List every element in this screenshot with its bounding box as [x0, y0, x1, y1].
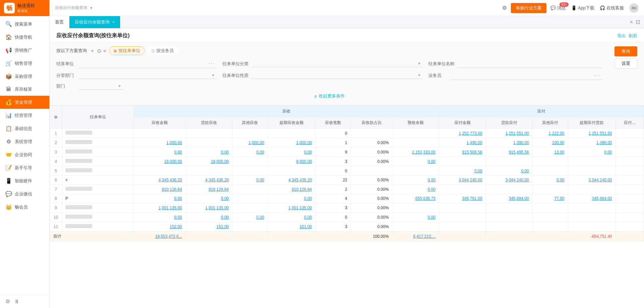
col-group-receivable: 应收	[134, 106, 439, 117]
col-settings-icon[interactable]: ⚙	[50, 106, 62, 129]
breadcrumb-text: 应收应付余额查询	[55, 5, 87, 11]
basic-icon: 📋	[5, 125, 12, 132]
col-loan-recv: 贷款应收	[185, 117, 232, 129]
col-group-payable: 应付	[439, 106, 644, 117]
filter-partner-icon: ⊕	[113, 48, 117, 53]
tab-close-window-icon[interactable]: ×	[630, 19, 633, 25]
filter-row-1: 结算单位 ··· 往来单位分类 ▼	[56, 59, 602, 68]
sidebar-item-basic[interactable]: 📋 基础信息	[0, 122, 49, 135]
footer-overdue-pay: -654,751.40	[568, 231, 615, 241]
partner-name-cell	[62, 138, 134, 147]
partner-nature-select[interactable]: ▼	[251, 72, 423, 79]
export-button[interactable]: 导出	[617, 33, 626, 39]
home-icon: 🏠	[5, 34, 12, 40]
tab-maximize-icon[interactable]: ⊡	[636, 19, 640, 25]
refresh-button[interactable]: 刷新	[629, 33, 637, 39]
breadcrumb: 应收应付余额查询 ▼	[55, 5, 498, 11]
solution-button[interactable]: 体验行业方案	[511, 3, 546, 13]
settlement-more-icon[interactable]: ···	[208, 60, 215, 67]
table-row: 100.000.000.000.0000.00%0.00	[50, 213, 644, 222]
marketing-icon: 📢	[5, 47, 12, 53]
sidebar-item-finance[interactable]: 💰 资金管理	[0, 96, 49, 109]
settings-button[interactable]: 设置	[614, 58, 637, 69]
avatar[interactable]: Rit	[629, 3, 639, 13]
query-buttons: 查询 设置	[614, 46, 637, 69]
partner-name-cell: P	[62, 194, 134, 203]
breadcrumb-dropdown-icon[interactable]: ▼	[89, 6, 93, 10]
service-icon: 🎧	[600, 5, 605, 10]
field-department: 分管部门 ▼	[56, 72, 217, 79]
message-badge: 99+	[559, 2, 569, 7]
partner-category-select[interactable]: ▼	[251, 60, 423, 67]
sidebar-item-marketing[interactable]: 📢 营销推广	[0, 44, 49, 57]
dept-select[interactable]: ▼	[78, 83, 123, 90]
member-icon: 👑	[5, 204, 12, 210]
tab-home[interactable]: 首页	[50, 16, 69, 28]
page-title: 应收应付余额查询(按往来单位)	[56, 32, 130, 39]
filter-method-salesperson[interactable]: ⊙ 按业务员	[147, 47, 178, 55]
collapse-filter-icon[interactable]: «	[103, 48, 106, 54]
col-recv-count: 应收笔数	[315, 117, 351, 129]
app-download-btn[interactable]: 📱 App下载	[571, 5, 594, 11]
sidebar-item-management[interactable]: 📊 经营管理	[0, 109, 49, 122]
col-other-pay: 其他应付	[533, 117, 568, 129]
online-service-btn[interactable]: 🎧 在线客服	[600, 5, 624, 11]
sidebar: 畅 畅捷通财 标准版 🔍 搜索菜单 🏠 快捷导航 📢 营销推广 🛒 销售管理 📦…	[0, 0, 50, 308]
department-select[interactable]: ▼	[78, 72, 217, 79]
partner-name-input[interactable]	[457, 60, 602, 68]
sidebar-item-quicknav[interactable]: 🏠 快捷导航	[0, 31, 49, 44]
collapse-footer-icon[interactable]: ⏸	[14, 299, 19, 305]
filter-method-partner[interactable]: ⊕ 按往来单位	[109, 46, 145, 55]
col-recv-ratio: 应收款占比	[351, 117, 392, 129]
sidebar-item-guide[interactable]: 📝 新手引导	[0, 161, 49, 174]
field-partner-nature: 往来单位性质 ▼	[222, 72, 423, 79]
page-header: 应收应付余额查询(按往来单位) 导出 刷新	[50, 28, 644, 42]
collab-icon: 🤝	[5, 151, 12, 158]
messages-btn[interactable]: 💬 消息 99+	[550, 5, 566, 11]
tab-close-icon[interactable]: ×	[112, 20, 115, 25]
table-row: 101,252,773.001,251,551.001,222.001,251,…	[50, 129, 644, 138]
col-pay-extra: 应付...	[615, 117, 644, 129]
sidebar-item-collab[interactable]: 🤝 企业协同	[0, 148, 49, 161]
table-row: 7810,126.64810,126.64810,126.6420.00%0.0…	[50, 185, 644, 194]
page-container: 应收应付余额查询(按往来单位) 导出 刷新 按以下方案查询 ＋ ⊙ «	[50, 28, 644, 308]
partner-name-cell	[62, 166, 134, 176]
settings-footer-icon[interactable]: ⚙	[5, 298, 10, 305]
sidebar-item-search[interactable]: 🔍 搜索菜单	[0, 17, 49, 31]
settlement-input[interactable]	[80, 61, 208, 66]
filter-row-2: 分管部门 ▼ 往来单位性质 ▼	[56, 71, 602, 80]
table-wrap[interactable]: ⚙ 往来单位 应收 应付 应收金额 贷款应收 其他应收 超期应收金额 应收笔数 …	[50, 105, 644, 308]
filter-salesperson-icon: ⊙	[151, 48, 155, 53]
sidebar-item-inventory[interactable]: 🏛 库存核算	[0, 83, 49, 96]
sidebar-item-wechat[interactable]: 💬 企业微信	[0, 187, 49, 201]
partner-name-cell: ×	[62, 176, 134, 185]
salesperson-more-icon[interactable]: ···	[594, 72, 600, 78]
sidebar-item-member[interactable]: 👑 畅会员	[0, 201, 49, 214]
query-button[interactable]: 查询	[614, 46, 637, 56]
table-row: 6×4,345,436.204,345,436.200.004,345,436.…	[50, 176, 644, 185]
dept-chevron-icon: ▼	[211, 73, 215, 77]
edit-filter-icon[interactable]: ⊙	[97, 48, 101, 54]
header-right: 💬 消息 99+ 📱 App下载 🎧 在线客服 Rit	[550, 3, 639, 13]
sidebar-item-hardware[interactable]: 📱 智能硬件	[0, 174, 49, 187]
add-filter-icon[interactable]: ＋	[90, 47, 95, 54]
field-dept: 部门 ▼	[56, 83, 123, 90]
col-loan-pay: 贷款应付	[486, 117, 532, 129]
finance-icon: 💰	[5, 99, 12, 105]
hardware-icon: 📱	[5, 178, 12, 184]
sidebar-item-sales[interactable]: 🛒 销售管理	[0, 57, 49, 70]
sales-icon: 🛒	[5, 60, 12, 67]
data-table: ⚙ 往来单位 应收 应付 应收金额 贷款应收 其他应收 超期应收金额 应收笔数 …	[50, 105, 644, 241]
sidebar-item-purchase[interactable]: 📦 采购管理	[0, 70, 49, 83]
partner-name-cell	[62, 129, 134, 138]
filter-label: 按以下方案查询	[56, 48, 87, 54]
footer-advance[interactable]: 6,417,215....	[392, 231, 439, 241]
footer-recv-amt[interactable]: 19,553,472,6...	[134, 231, 186, 241]
salesperson-input[interactable]	[452, 73, 594, 78]
field-partner-name: 往来单位名称	[428, 60, 602, 68]
collapse-filter-button[interactable]: ∧ 收起更多条件	[56, 91, 602, 101]
sidebar-item-system[interactable]: ⚙ 系统管理	[0, 135, 49, 148]
main-content: 应收应付余额查询(按往来单位) 导出 刷新 按以下方案查询 ＋ ⊙ «	[50, 28, 644, 308]
tab-receivable[interactable]: 应收应付余额查询 ×	[69, 16, 120, 28]
header-settings-icon[interactable]: ⚙	[502, 5, 507, 11]
